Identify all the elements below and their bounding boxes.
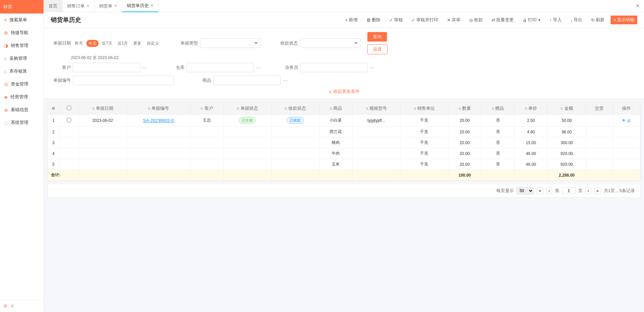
cell-docno[interactable] xyxy=(127,148,190,159)
cell-docno[interactable] xyxy=(127,137,190,148)
customer-label: 客户 xyxy=(51,64,71,71)
sidebar-item-sys-mgmt[interactable]: ◌ 系统管理 xyxy=(0,116,44,129)
set-button[interactable]: 设置 xyxy=(367,44,388,54)
sidebar-item-stock-calc[interactable]: ⌂ 库存核算 xyxy=(0,65,44,78)
th-price[interactable]: ⇅ 单价 xyxy=(514,103,548,114)
cell-docno[interactable]: SA-20230602-0 xyxy=(127,114,190,127)
doctype-select[interactable] xyxy=(200,38,261,48)
th-docstatus[interactable]: ⇅ 单据状态 xyxy=(223,103,271,114)
delete-button[interactable]: 🗑 删除 xyxy=(364,16,383,24)
th-unit[interactable]: ⇅ 销售单位 xyxy=(400,103,448,114)
warehouse-input[interactable] xyxy=(187,63,254,72)
cell-action[interactable] xyxy=(613,137,640,148)
page-first-button[interactable]: « xyxy=(536,187,543,194)
payment-select[interactable] xyxy=(300,38,361,48)
goods-more-icon[interactable]: ··· xyxy=(283,77,288,84)
salesperson-input[interactable] xyxy=(300,63,368,72)
page-next-button[interactable]: › xyxy=(585,187,591,194)
th-spec[interactable]: ⇅ 规格型号 xyxy=(352,103,400,114)
import-button[interactable]: ↑ 导入 xyxy=(547,16,564,24)
page-prev-button[interactable]: ‹ xyxy=(546,187,552,194)
sidebar-bottom-icon2[interactable]: ⏸ xyxy=(10,304,15,309)
date-btn-more[interactable]: 更多 xyxy=(131,40,143,47)
query-button[interactable]: 查询 xyxy=(367,32,387,42)
audit-button[interactable]: ✓ 审核 xyxy=(387,16,405,24)
cell-checkbox[interactable] xyxy=(59,114,79,127)
sidebar-item-sales-mgmt[interactable]: ◑ 销售管理 xyxy=(0,39,44,52)
cell-qty: 20.00 xyxy=(448,127,481,137)
cell-price: 15.00 xyxy=(514,137,548,148)
th-gift[interactable]: ⇅ 赠品 xyxy=(481,103,514,114)
th-docno[interactable]: ⇅ 单据编号 xyxy=(127,103,190,114)
date-range-text: 2023-06-02 至 2023-06-02 xyxy=(71,55,118,60)
tab-sales-order[interactable]: 销售订单 ✕ xyxy=(62,0,94,12)
table-foot: 合计: 100.00 2,286.00 xyxy=(48,170,640,181)
new-button[interactable]: + 新增 xyxy=(342,16,360,24)
th-amount[interactable]: ⇅ 金额 xyxy=(548,103,586,114)
th-qty[interactable]: ⇅ 数量 xyxy=(448,103,481,114)
cell-action[interactable]: 👁 🖨 xyxy=(613,114,640,127)
page-size-select[interactable]: 50 100 xyxy=(516,187,534,194)
cell-checkbox[interactable] xyxy=(59,159,79,170)
th-checkbox[interactable] xyxy=(59,103,79,114)
print-button[interactable]: 🖨 打印 ▼ xyxy=(520,16,544,24)
th-gear[interactable]: ⚙ xyxy=(48,103,59,114)
docno-link[interactable]: SA-20230602-0 xyxy=(143,118,174,123)
docno-input[interactable] xyxy=(73,76,174,85)
collapse-button[interactable]: ∧ 收起更多条件 xyxy=(329,88,360,95)
salesperson-more-icon[interactable]: ··· xyxy=(370,64,375,71)
batch-change-button[interactable]: ⇄ 批量变更 xyxy=(489,16,516,24)
date-btn-today[interactable]: 今天 xyxy=(86,40,99,47)
date-btn-custom[interactable]: 自定义 xyxy=(145,40,161,47)
cell-checkbox[interactable] xyxy=(59,137,79,148)
customer-input[interactable] xyxy=(73,63,140,72)
audit-print-button[interactable]: ✓ 审核并打印 xyxy=(409,16,441,24)
sidebar-item-purchase-mgmt[interactable]: ⌂ 采购管理 xyxy=(0,52,44,65)
page-number-input[interactable] xyxy=(562,187,576,194)
collect-button[interactable]: ◎ 收款 xyxy=(467,16,485,24)
goods-input[interactable] xyxy=(213,76,281,85)
export-button[interactable]: ↓ 导出 xyxy=(568,16,585,24)
tab-close-icon[interactable]: ✕ xyxy=(86,4,89,8)
th-customer[interactable]: ⇅ 客户 xyxy=(190,103,223,114)
cell-docno[interactable] xyxy=(127,159,190,170)
cell-checkbox[interactable] xyxy=(59,148,79,159)
cell-docno[interactable] xyxy=(127,127,190,137)
cell-action[interactable] xyxy=(613,159,640,170)
print-btn[interactable]: 🖨 xyxy=(627,118,631,123)
tab-sales-goods[interactable]: 销货单 ✕ xyxy=(94,0,122,12)
refresh-button[interactable]: ↻ 刷新 xyxy=(588,16,607,24)
th-date[interactable]: ⇅ 单据日期 xyxy=(79,103,127,114)
sidebar-bottom-icon1[interactable]: ⚙ xyxy=(3,304,7,309)
cell-action[interactable] xyxy=(613,148,640,159)
tab-sales-history[interactable]: 销货单历史 ✕ xyxy=(122,0,159,12)
revoke-button[interactable]: ✕ 弃审 xyxy=(444,16,463,24)
row-checkbox[interactable] xyxy=(67,118,71,122)
sidebar-item-finance-mgmt[interactable]: ◎ 资金管理 xyxy=(0,78,44,90)
filter-row-3: 单据编号 商品 ··· xyxy=(51,76,637,85)
show-detail-button[interactable]: ≡ 显示明细 xyxy=(611,16,637,24)
tab-close-icon[interactable]: ✕ xyxy=(114,4,117,8)
sidebar-item-search-menu[interactable]: ≡ 搜索菜单 xyxy=(0,14,44,26)
cell-action[interactable] xyxy=(613,127,640,137)
cell-checkbox[interactable] xyxy=(59,127,79,137)
date-btn-yesterday[interactable]: 昨天 xyxy=(73,40,85,47)
date-btn-1month[interactable]: 近1月 xyxy=(116,40,130,47)
page-last-button[interactable]: » xyxy=(594,187,601,194)
sidebar-item-basic-info[interactable]: ≣ 基础信息 xyxy=(0,103,44,116)
select-all-checkbox[interactable] xyxy=(67,106,71,110)
sidebar-item-operation-mgmt[interactable]: ◈ 经营管理 xyxy=(0,90,44,103)
warehouse-more-icon[interactable]: ··· xyxy=(256,64,261,71)
th-paymentstatus[interactable]: ⇅ 收款状态 xyxy=(271,103,319,114)
customer-more-icon[interactable]: ··· xyxy=(142,64,147,71)
view-btn[interactable]: 👁 xyxy=(622,118,626,123)
th-goods[interactable]: ⇅ 商品 xyxy=(319,103,352,114)
sidebar-item-quick-nav[interactable]: ⊕ 快捷导航 xyxy=(0,26,44,39)
tab-home[interactable]: 首页 xyxy=(44,0,62,12)
goods-label: 商品 xyxy=(191,77,211,83)
sales-mgmt-icon: ◑ xyxy=(4,43,8,48)
show-detail-label: 显示明细 xyxy=(617,17,635,23)
window-close-icon[interactable]: ✕ xyxy=(632,3,644,9)
tab-close-icon[interactable]: ✕ xyxy=(150,3,153,8)
date-btn-7days[interactable]: 近7天 xyxy=(100,40,114,47)
